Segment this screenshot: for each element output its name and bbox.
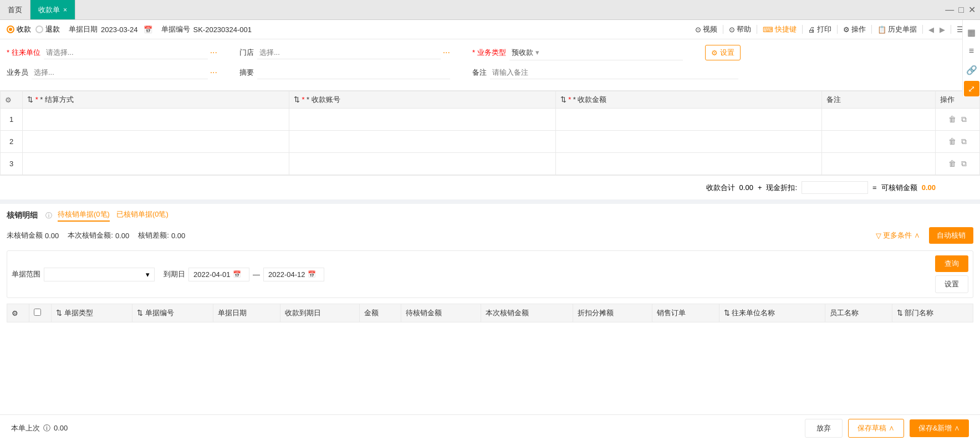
row2-remarks[interactable] [822,131,936,153]
row3-delete-icon[interactable]: 🗑 [948,159,956,168]
nav-left-icon[interactable]: ◀ [928,25,934,34]
print-label: 打印 [817,24,831,34]
radio-refund-circle [35,25,43,33]
row3-account[interactable] [289,153,555,175]
row1-remarks[interactable] [822,109,936,131]
row1-copy-icon[interactable]: ⧉ [961,115,967,124]
query-button[interactable]: 查询 [935,255,968,272]
sort-icon3[interactable]: ⇅ [560,95,566,104]
row2-settlement[interactable] [23,131,289,153]
row3-settlement[interactable] [23,153,289,175]
calendar-to-icon[interactable]: 📅 [308,270,316,278]
save-draft-button[interactable]: 保存草稿 ∧ [848,419,904,438]
abandon-button[interactable]: 放弃 [805,419,843,438]
row3-remarks[interactable] [822,153,936,175]
date-to-input[interactable]: 2022-04-12 📅 [263,268,324,281]
row1-account[interactable] [289,109,555,131]
current-label: 本次核销金额: [68,230,113,240]
business-type-field: * 业务类型 预收款 ▾ [472,45,683,60]
row3-copy-icon[interactable]: ⧉ [961,159,967,168]
doc-range-label: 单据范围 [12,269,40,279]
bth-gear[interactable]: ⚙ [7,304,29,322]
date-range-field: 到期日 2022-04-01 📅 — 2022-04-12 📅 [164,268,324,281]
bth-discount: 折扣分摊额 [573,304,652,322]
section-info-icon[interactable]: ⓘ [45,211,52,221]
summary-field: 摘要 [239,66,450,79]
sidebar-table-icon[interactable]: ▦ [964,24,979,40]
th-gear[interactable]: ⚙ [1,91,23,109]
remarks-input[interactable] [490,66,738,79]
tab-pending[interactable]: 待核销单据(0笔) [58,209,110,222]
footer-info-icon[interactable]: ⓘ [43,423,50,433]
sort-icon[interactable]: ⇅ [27,95,33,104]
store-more-btn[interactable]: ··· [443,48,450,58]
counterparty-more-btn[interactable]: ··· [210,48,217,58]
save-new-button[interactable]: 保存&新增 ∧ [910,419,969,437]
sort-b2[interactable]: ⇅ [137,309,143,317]
auto-write-off-button[interactable]: 自动核销 [929,227,973,244]
maximize-button[interactable]: □ [958,5,964,15]
counterparty-input[interactable] [44,46,208,59]
row1-settlement[interactable] [23,109,289,131]
calendar-icon[interactable]: 📅 [144,25,152,34]
select-all-checkbox[interactable] [34,309,41,316]
salesperson-input[interactable] [32,66,208,79]
bth-doc-date-label: 单据日期 [218,309,247,317]
video-action[interactable]: ⊙ 视频 [695,24,717,34]
sidebar-list-icon[interactable]: ≡ [964,43,979,59]
operation-action[interactable]: ⚙ 操作 [843,24,866,34]
sort-b1[interactable]: ⇅ [56,309,62,317]
tab-receipt[interactable]: 收款单 × [30,0,75,19]
diff-stat: 核销差额: 0.00 [138,230,185,240]
tab-completed[interactable]: 已核销单据(0笔) [116,209,169,222]
close-window-button[interactable]: ✕ [968,4,976,15]
help-action[interactable]: ⊙ 帮助 [729,24,751,34]
radio-refund[interactable]: 退款 [35,24,60,34]
sidebar-expand-icon[interactable]: ⤢ [964,81,979,96]
row2-copy-icon[interactable]: ⧉ [961,137,967,146]
remarks-label: 备注 [472,68,487,78]
sidebar-attach-icon[interactable]: 🔗 [964,62,979,78]
salesperson-more-btn[interactable]: ··· [210,68,217,78]
close-tab-icon[interactable]: × [63,6,67,14]
radio-receipt-circle [7,25,14,33]
row2-account[interactable] [289,131,555,153]
discount-input[interactable] [802,181,868,194]
table-gear-icon[interactable]: ⚙ [5,96,12,104]
business-type-value: 预收款 [512,48,533,58]
th-remarks: 备注 [822,91,936,109]
bottom-gear-icon[interactable]: ⚙ [12,309,18,317]
row1-amount[interactable] [555,109,822,131]
sort-b4[interactable]: ⇅ [897,309,903,317]
shortcut-action[interactable]: ⌨ 快捷键 [763,24,797,34]
doc-number-value: SK-20230324-001 [193,25,252,34]
summary-input[interactable] [257,66,450,79]
settings-button[interactable]: ⚙ 设置 [705,45,741,60]
sort-b3[interactable]: ⇅ [724,309,730,317]
verification-section: 核销明细 ⓘ 待核销单据(0笔) 已核销单据(0笔) 未核销金额 0.00 本次… [0,204,980,328]
tab-home[interactable]: 首页 [0,0,30,19]
date-from-input[interactable]: 2022-04-01 📅 [188,268,249,281]
row2-delete-icon[interactable]: 🗑 [948,137,956,146]
minimize-button[interactable]: — [945,5,954,15]
store-input[interactable] [257,46,441,59]
sort-icon2[interactable]: ⇅ [294,95,300,104]
row3-amount[interactable] [555,153,822,175]
radio-receipt[interactable]: 收款 [7,24,31,34]
help-label: 帮助 [737,24,751,34]
row2-amount[interactable] [555,131,822,153]
print-action[interactable]: 🖨 打印 [808,24,831,34]
row1-delete-icon[interactable]: 🗑 [948,115,956,124]
doc-range-select[interactable]: ▾ [44,268,155,281]
calendar-from-icon[interactable]: 📅 [233,270,241,278]
more-conditions-btn[interactable]: ▽ 更多条件 ∧ [876,230,920,240]
history-action[interactable]: 📋 历史单据 [877,24,917,34]
nav-right-icon[interactable]: ▶ [940,25,945,34]
dropdown-arrow-icon: ▾ [535,48,539,57]
bth-current-verif-label: 本次核销金额 [486,309,529,317]
save-new-label: 保存&新增 ∧ [918,423,960,433]
settings-gear-icon: ⚙ [711,49,718,57]
business-type-select[interactable]: 预收款 ▾ [509,45,683,60]
date-separator: — [253,270,260,279]
filter-settings-button[interactable]: 设置 [935,275,968,293]
